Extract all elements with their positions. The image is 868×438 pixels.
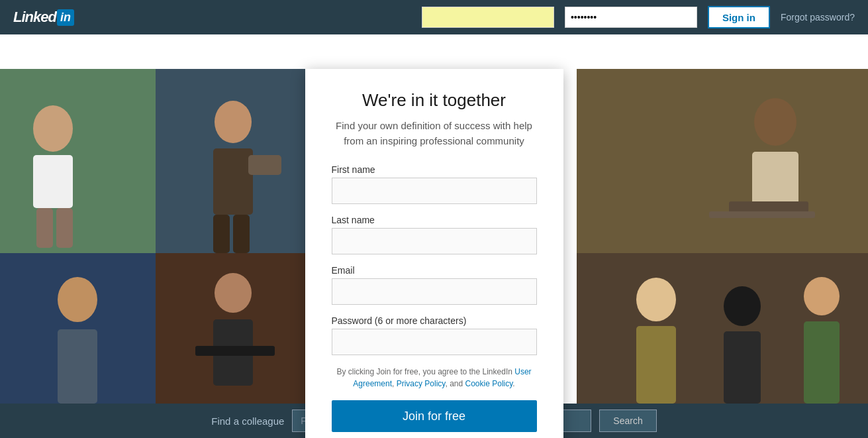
svg-rect-18	[58, 329, 97, 404]
svg-point-17	[58, 277, 97, 322]
svg-rect-9	[213, 215, 230, 253]
svg-point-26	[724, 286, 761, 326]
search-button[interactable]: Search	[599, 410, 656, 432]
bg-photo-1	[0, 69, 156, 253]
cookie-policy-link[interactable]: Cookie Policy	[465, 379, 513, 388]
svg-point-6	[215, 101, 252, 143]
last-name-input[interactable]	[332, 228, 537, 254]
password-group: Password (6 or more characters)	[332, 315, 537, 355]
svg-rect-27	[724, 331, 761, 404]
logo-text: Linked	[13, 9, 56, 26]
first-name-input[interactable]	[332, 178, 537, 204]
svg-point-28	[804, 277, 840, 315]
first-name-label: First name	[332, 164, 537, 175]
svg-rect-10	[233, 215, 250, 253]
header: Linked in Sign in Forgot password?	[0, 0, 868, 34]
forgot-password-link[interactable]: Forgot password?	[781, 12, 855, 23]
svg-rect-29	[804, 321, 840, 404]
password-input[interactable]	[332, 329, 537, 355]
main-area: We're in it together Find your own defin…	[0, 34, 868, 438]
svg-rect-15	[709, 211, 815, 218]
registration-modal: We're in it together Find your own defin…	[305, 69, 563, 438]
svg-point-12	[754, 98, 796, 146]
sign-in-button[interactable]: Sign in	[708, 6, 770, 28]
svg-rect-8	[248, 155, 281, 175]
svg-rect-2	[33, 155, 73, 208]
last-name-group: Last name	[332, 215, 537, 254]
bg-photo-4	[0, 253, 156, 404]
bg-photo-5	[156, 253, 311, 404]
email-input[interactable]	[332, 278, 537, 305]
logo: Linked in	[13, 9, 74, 26]
svg-rect-3	[36, 208, 53, 248]
svg-rect-0	[0, 69, 156, 253]
terms-text: By clicking Join for free, you agree to …	[332, 366, 537, 390]
bg-photo-3	[577, 69, 868, 253]
svg-rect-11	[577, 69, 868, 253]
svg-rect-25	[636, 326, 676, 404]
email-label: Email	[332, 265, 537, 276]
password-label: Password (6 or more characters)	[332, 315, 537, 326]
modal-title: We're in it together	[332, 90, 537, 111]
svg-point-24	[636, 278, 676, 321]
svg-rect-22	[195, 346, 275, 356]
bg-photo-6	[577, 253, 868, 404]
svg-point-20	[215, 273, 252, 313]
header-email-input[interactable]	[422, 7, 554, 28]
logo-in: in	[57, 9, 74, 26]
svg-rect-4	[56, 208, 73, 248]
svg-rect-7	[213, 148, 253, 215]
first-name-group: First name	[332, 164, 537, 204]
svg-point-1	[33, 105, 73, 152]
email-group: Email	[332, 265, 537, 305]
bg-photo-2	[156, 69, 311, 253]
modal-subtitle: Find your own definition of success with…	[332, 119, 537, 148]
last-name-label: Last name	[332, 215, 537, 225]
find-colleague-label: Find a colleague	[211, 415, 284, 427]
join-button[interactable]: Join for free	[332, 400, 537, 432]
privacy-policy-link[interactable]: Privacy Policy	[397, 379, 446, 388]
header-password-input[interactable]	[565, 7, 697, 28]
